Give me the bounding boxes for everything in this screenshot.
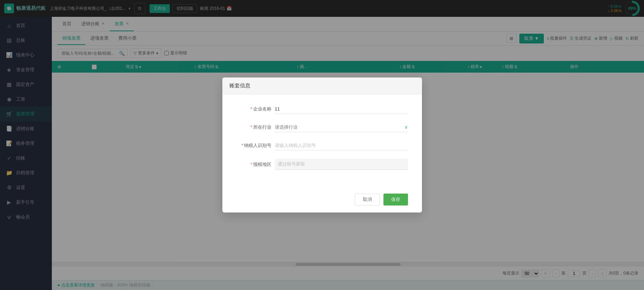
- modal-body: *企业名称 *所在行业 ∨ *纳税人识别号: [222, 94, 422, 188]
- form-row-company: *企业名称: [236, 104, 408, 114]
- tax-id-label: *纳税人识别号: [236, 142, 275, 149]
- company-name-label: *企业名称: [236, 106, 275, 112]
- required-star-2: *: [250, 124, 252, 130]
- save-button[interactable]: 保存: [383, 194, 408, 205]
- modal-header: 账套信息: [222, 77, 422, 94]
- tax-region-display: 通过税号获取: [275, 159, 408, 170]
- required-star-3: *: [241, 143, 243, 148]
- modal-footer: 取消 保存: [222, 188, 422, 213]
- modal-title: 账套信息: [229, 82, 250, 88]
- account-info-modal: 账套信息 *企业名称 *所在行业 ∨: [222, 77, 422, 213]
- form-row-industry: *所在行业 ∨: [236, 122, 408, 132]
- required-star-4: *: [250, 162, 252, 167]
- company-name-input[interactable]: [275, 104, 408, 114]
- required-star: *: [250, 106, 252, 112]
- form-row-tax-id: *纳税人识别号: [236, 141, 408, 150]
- cancel-button[interactable]: 取消: [355, 194, 380, 205]
- industry-select-wrap[interactable]: ∨: [275, 122, 408, 132]
- industry-label: *所在行业: [236, 124, 275, 130]
- form-row-tax-region: *报税地区 通过税号获取: [236, 159, 408, 170]
- tax-id-input[interactable]: [275, 141, 408, 150]
- industry-select-input[interactable]: [275, 122, 404, 132]
- industry-dropdown-arrow[interactable]: ∨: [404, 124, 408, 130]
- modal-overlay: 账套信息 *企业名称 *所在行业 ∨: [0, 0, 644, 290]
- tax-region-label: *报税地区: [236, 161, 275, 168]
